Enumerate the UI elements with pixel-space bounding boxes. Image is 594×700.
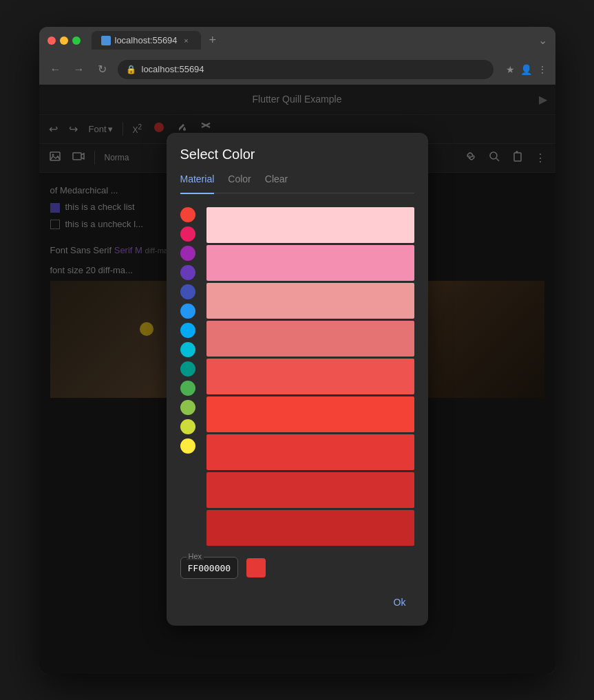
color-dot-light-blue[interactable] [180,323,195,338]
dialog-title: Select Color [180,147,414,162]
bookmark-icon[interactable]: ★ [506,64,515,75]
swatch-500[interactable] [206,396,414,432]
tab-menu-button[interactable]: ⌄ [538,34,547,47]
tab-clear[interactable]: Clear [265,173,288,187]
color-dot-green[interactable] [180,381,195,396]
back-button[interactable]: ← [47,63,64,76]
forward-button[interactable]: → [71,63,87,76]
swatch-400[interactable] [206,359,414,394]
maximize-button[interactable] [72,36,81,45]
lock-icon: 🔒 [126,65,136,74]
browser-tab[interactable]: localhost:55694 × [92,31,201,50]
tab-material[interactable]: Material [180,173,215,194]
color-picker-body [180,207,414,546]
hex-label: Hex [187,552,204,560]
color-dot-cyan[interactable] [180,342,195,357]
new-tab-button[interactable]: + [209,33,217,47]
reload-button[interactable]: ↻ [94,63,111,76]
traffic-lights [47,36,81,45]
tab-title-text: localhost:55694 [115,35,178,45]
hex-input-wrapper: Hex FF000000 [180,557,239,579]
color-dot-lime[interactable] [180,419,195,434]
color-dialog: Select Color Material Color Clear [167,133,428,626]
address-bar[interactable]: 🔒 localhost:55694 [118,60,494,79]
color-dot-blue[interactable] [180,304,195,319]
hex-color-preview[interactable] [246,558,266,577]
hex-value[interactable]: FF000000 [188,563,231,573]
hex-row: Hex FF000000 [180,557,414,579]
dialog-footer: Ok [180,593,414,612]
url-text: localhost:55694 [142,64,204,74]
color-dot-teal[interactable] [180,361,195,376]
flutter-app: Flutter Quill Example ▶ ↩ ↪ Font ▾ X2 [39,85,555,674]
color-dot-indigo[interactable] [180,284,195,299]
tab-favicon [101,36,111,45]
swatch-100[interactable] [206,245,414,281]
swatch-300[interactable] [206,321,414,357]
minimize-button[interactable] [60,36,68,45]
swatch-700[interactable] [206,472,414,508]
color-dot-red[interactable] [180,207,195,222]
tab-close-button[interactable]: × [182,36,191,45]
ok-button[interactable]: Ok [385,593,414,612]
swatch-600[interactable] [206,434,414,470]
color-dot-yellow[interactable] [180,438,195,454]
swatch-50[interactable] [206,207,414,243]
color-dot-deep-purple[interactable] [180,265,195,280]
color-dots-column [180,207,195,546]
swatch-200[interactable] [206,283,414,319]
color-dot-purple[interactable] [180,246,195,261]
swatch-800[interactable] [206,510,414,546]
browser-addressbar: ← → ↻ 🔒 localhost:55694 ★ 👤 ⋮ [39,54,555,85]
color-dot-pink[interactable] [180,226,195,242]
modal-overlay: Select Color Material Color Clear [39,85,555,674]
more-options-icon[interactable]: ⋮ [538,64,547,75]
dialog-tabs: Material Color Clear [180,173,414,193]
tab-color[interactable]: Color [228,173,251,187]
close-button[interactable] [47,36,56,45]
browser-window: localhost:55694 × + ⌄ ← → ↻ 🔒 localhost:… [39,27,555,674]
app-content: Flutter Quill Example ▶ ↩ ↪ Font ▾ X2 [39,85,555,674]
profile-icon[interactable]: 👤 [520,64,532,75]
color-dot-light-green[interactable] [180,400,195,415]
address-actions: ★ 👤 ⋮ [506,64,547,75]
browser-titlebar: localhost:55694 × + ⌄ [39,27,555,54]
color-swatches-column [206,207,414,546]
